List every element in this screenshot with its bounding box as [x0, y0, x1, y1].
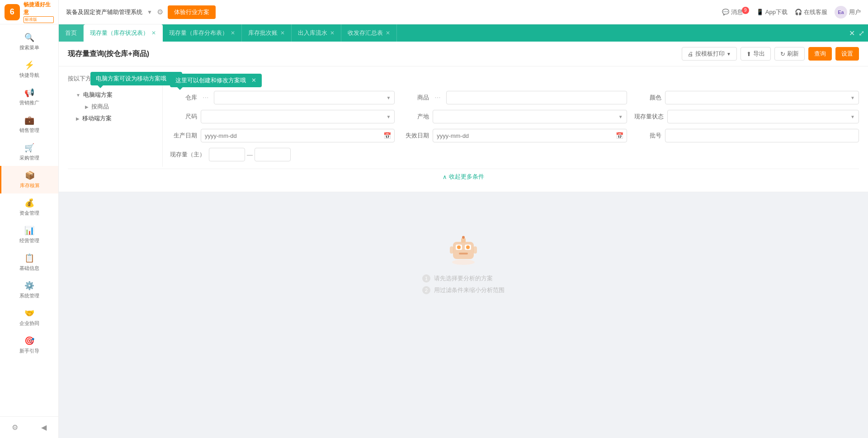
size-chevron: ▼ [386, 114, 391, 119]
user-label: 用户 [849, 8, 861, 16]
goods-input[interactable] [446, 91, 627, 104]
basic-label: 基础信息 [19, 265, 39, 272]
settings-bottom-icon[interactable]: ⚙ [10, 421, 20, 433]
collapse-sidebar-icon[interactable]: ◀ [39, 421, 48, 433]
size-select[interactable]: ▼ [201, 110, 395, 123]
tooltip2-close[interactable]: ✕ [251, 77, 256, 84]
tab-in-out-flow[interactable]: 出入库流水✕ [292, 24, 341, 42]
sidebar-item-search[interactable]: 🔍 搜索菜单 [0, 28, 58, 56]
sidebar-item-sales[interactable]: 💼 销售管理 [0, 111, 58, 138]
tab-close-batch-account[interactable]: ✕ [280, 30, 285, 36]
notify-badge: 9 [742, 7, 749, 14]
tab-label-home: 首页 [65, 29, 77, 37]
scheme-label-mobile: 移动端方案 [82, 114, 112, 122]
filter-field-origin: 产地 ▼ [402, 110, 627, 123]
filter-row-2: 尺码 ▼ 产地 ▼ [170, 110, 859, 123]
tab-batch-account[interactable]: 库存批次账✕ [242, 24, 292, 42]
settings-btn[interactable]: 设置 [835, 47, 859, 61]
header-title: 装备及固定资产辅助管理系统 [66, 8, 142, 16]
tab-home[interactable]: 首页 [59, 24, 84, 42]
scheme-item-mobile[interactable]: ▶ 移动端方案 [72, 113, 157, 124]
tab-close-receive-summary[interactable]: ✕ [386, 30, 390, 36]
filter-field-goods: 商品 ··· [402, 91, 627, 104]
stock-status-select[interactable]: ▼ [667, 110, 859, 123]
prod-date-calendar-icon[interactable]: 📅 [383, 132, 391, 139]
sidebar-item-enterprise[interactable]: 🤝 企业协同 [0, 304, 58, 331]
tab-close-in-out-flow[interactable]: ✕ [330, 30, 335, 36]
support-icon: 🎧 [795, 9, 802, 15]
sidebar-item-basic[interactable]: 📋 基础信息 [0, 249, 58, 276]
tab-label-inventory-status: 现存量（库存状况表） [90, 29, 149, 37]
search-btn[interactable]: 查询 [808, 47, 832, 61]
filter-field-batch-no: 批号 [634, 129, 859, 142]
stock-main-to[interactable] [255, 148, 291, 161]
header-notify[interactable]: 💬 消息 9 [722, 8, 749, 16]
marketing-icon: 📢 [24, 88, 34, 98]
exp-date-input[interactable] [433, 129, 627, 142]
tab-close-inventory-status[interactable]: ✕ [151, 30, 156, 36]
origin-chevron: ▼ [618, 114, 623, 119]
sidebar-item-system[interactable]: ⚙️ 系统管理 [0, 276, 58, 304]
export-btn[interactable]: ⬆ 导出 [741, 47, 771, 61]
header-support[interactable]: 🎧 在线客服 [795, 8, 827, 16]
batch-no-label: 批号 [634, 132, 661, 140]
filter-field-stock-status: 现存量状态 ▼ [634, 110, 859, 123]
app-label: App下载 [765, 8, 788, 16]
quick-icon: ⚡ [24, 60, 34, 70]
sidebar-item-purchase[interactable]: 🛒 采购管理 [0, 138, 58, 166]
tab-receive-summary[interactable]: 收发存汇总表✕ [341, 24, 397, 42]
scheme-arrow-mobile: ▶ [76, 116, 80, 121]
scheme-item-desktop[interactable]: ▼ 电脑端方案 [72, 89, 157, 101]
sidebar-item-marketing[interactable]: 📢 营销推广 [0, 83, 58, 111]
goods-dots[interactable]: ··· [433, 94, 442, 102]
warehouse-select[interactable]: ▼ [214, 91, 395, 104]
prod-date-input[interactable] [201, 129, 395, 142]
print-dropdown-chevron: ▼ [726, 52, 731, 57]
desktop-scheme-wrap: ▼ 电脑端方案 电脑方案可设为移动方案哦 ✕ [72, 89, 157, 101]
refresh-btn[interactable]: ↻ 刷新 [774, 47, 805, 61]
collapse-btn-inner[interactable]: ∧ 收起更多条件 [443, 173, 484, 181]
collapse-btn: ∧ 收起更多条件 [68, 169, 859, 184]
tab-close-inventory-dist[interactable]: ✕ [231, 30, 235, 36]
user-avatar: Ea [835, 6, 847, 19]
tooltip2-wrap: 这里可以创建和修改方案哦 ✕ [170, 74, 262, 87]
scheme-list: ▼ 电脑端方案 电脑方案可设为移动方案哦 ✕ [68, 89, 157, 124]
sidebar-item-guide[interactable]: 🎯 新手引导 [0, 331, 58, 359]
header-settings-icon[interactable]: ⚙ [157, 8, 163, 16]
main-content: 现存量查询(按仓库+商品) 🖨 按模板打印 ▼ ⬆ 导出 ↻ 刷新 查询 设置 [59, 42, 868, 438]
system-icon: ⚙️ [24, 281, 34, 291]
svg-rect-9 [450, 246, 453, 254]
prod-date-input-wrap: 📅 [201, 129, 395, 142]
header-app-download[interactable]: 📱 App下载 [756, 8, 788, 16]
notify-label: 消息 [731, 8, 743, 16]
sidebar-item-finance[interactable]: 💰 资金管理 [0, 193, 58, 221]
batch-no-input[interactable] [665, 129, 859, 142]
tab-expand-icon[interactable]: ⤢ [859, 29, 864, 38]
print-btn[interactable]: 🖨 按模板打印 ▼ [682, 47, 737, 61]
sidebar-item-operations[interactable]: 📊 经营管理 [0, 221, 58, 249]
warehouse-label: 仓库 [170, 94, 197, 102]
sidebar-item-quick[interactable]: ⚡ 快捷导航 [0, 56, 58, 83]
sidebar-item-inventory[interactable]: 📦 库存核算 [0, 166, 58, 193]
svg-rect-1 [453, 242, 474, 259]
scheme-label-desktop: 电脑端方案 [83, 91, 113, 99]
stock-status-chevron: ▼ [850, 114, 855, 119]
header-left: 装备及固定资产辅助管理系统 ▼ ⚙ 体验行业方案 [66, 5, 216, 19]
export-icon: ⬆ [746, 51, 751, 57]
header: 装备及固定资产辅助管理系统 ▼ ⚙ 体验行业方案 💬 消息 9 📱 App下载 … [59, 0, 868, 24]
tab-close-all-icon[interactable]: ✕ [849, 29, 855, 38]
warehouse-dots[interactable]: ··· [201, 94, 210, 102]
tab-inventory-status[interactable]: 现存量（库存状况表）✕ [84, 24, 163, 42]
header-title-dropdown[interactable]: ▼ [147, 9, 152, 15]
scheme-sub-item-goods[interactable]: ▶ 按商品 [81, 101, 157, 113]
guide-icon: 🎯 [24, 336, 34, 346]
header-user[interactable]: Ea 用户 [835, 6, 861, 19]
color-select[interactable]: ▼ [665, 91, 859, 104]
scheme-arrow-desktop: ▼ [76, 93, 80, 98]
stock-main-from[interactable] [209, 148, 245, 161]
industry-btn[interactable]: 体验行业方案 [168, 5, 216, 19]
exp-date-calendar-icon[interactable]: 📅 [616, 132, 623, 139]
origin-select[interactable]: ▼ [433, 110, 627, 123]
tab-inventory-dist[interactable]: 现存量（库存分布表）✕ [163, 24, 242, 42]
operations-icon: 📊 [24, 226, 34, 235]
